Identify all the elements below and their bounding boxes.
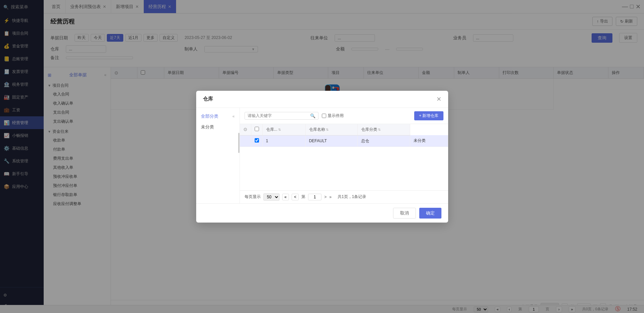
modal-left-panel: 全部分类 « 未分类 bbox=[196, 108, 240, 203]
settings-gear-th[interactable]: ⚙ bbox=[243, 127, 248, 132]
modal-th-category: 仓库分类 ⇅ bbox=[358, 124, 410, 135]
modal-page-input[interactable] bbox=[308, 194, 321, 200]
modal-footer: 取消 确定 bbox=[196, 203, 448, 223]
sort-icon-category: ⇅ bbox=[378, 128, 381, 131]
modal-th-name: 仓库名称 ⇅ bbox=[305, 124, 358, 135]
modal-prev-page-btn[interactable]: < bbox=[292, 194, 299, 200]
row-code-cell: DEFAULT bbox=[305, 135, 358, 147]
show-disabled-label[interactable]: 显示停用 bbox=[322, 113, 344, 119]
row-gear-cell bbox=[240, 135, 251, 147]
modal-uncategorized-label: 未分类 bbox=[201, 124, 214, 130]
confirm-button[interactable]: 确定 bbox=[419, 208, 441, 219]
modal-th-select-all: ⚙ bbox=[240, 124, 251, 135]
modal-overlay[interactable]: 仓库 ✕ 全部分类 « 未分类 bbox=[0, 0, 644, 313]
cancel-button[interactable]: 取消 bbox=[393, 208, 416, 219]
add-warehouse-btn[interactable]: + 新增仓库 bbox=[414, 111, 443, 120]
search-icon: 🔍 bbox=[310, 113, 315, 118]
modal-search-input[interactable] bbox=[248, 113, 309, 118]
sort-name[interactable]: 仓库名称 ⇅ bbox=[309, 127, 329, 132]
modal-left-collapse-icon[interactable]: « bbox=[232, 114, 235, 119]
row-check-cell bbox=[251, 135, 262, 147]
modal-total-text: 共1页，1条记录 bbox=[338, 194, 366, 200]
sort-code[interactable]: 仓库... ⇅ bbox=[266, 127, 281, 132]
row-name-cell: 总仓 bbox=[358, 135, 410, 147]
modal-first-page-btn[interactable]: « bbox=[282, 194, 289, 200]
modal-table: ⚙ 仓库... ⇅ bbox=[240, 124, 448, 147]
modal-pagination: 每页显示 50 10 20 « < 第 > » bbox=[240, 190, 448, 203]
modal-table-row[interactable]: 1 DEFAULT 总仓 未分类 bbox=[240, 135, 448, 147]
modal-page-label: 第 bbox=[301, 194, 305, 200]
modal-th-checkbox bbox=[251, 124, 262, 135]
sort-icon-code: ⇅ bbox=[278, 128, 281, 131]
sort-icon-name: ⇅ bbox=[326, 128, 329, 131]
show-disabled-checkbox[interactable] bbox=[322, 114, 326, 118]
modal-page-size-select[interactable]: 50 10 20 bbox=[263, 193, 280, 201]
modal-table-wrap: ⚙ 仓库... ⇅ bbox=[240, 124, 448, 190]
row-category-cell: 未分类 bbox=[410, 135, 448, 147]
modal-table-body: 1 DEFAULT 总仓 未分类 bbox=[240, 135, 448, 147]
modal-toolbar: 🔍 显示停用 + 新增仓库 bbox=[240, 108, 448, 124]
modal-search-wrap: 🔍 bbox=[245, 112, 318, 120]
row-id-cell: 1 bbox=[262, 135, 305, 147]
modal-last-page-btn[interactable]: » bbox=[329, 195, 332, 199]
modal-left-uncategorized[interactable]: 未分类 bbox=[196, 121, 240, 133]
modal-per-page-label: 每页显示 bbox=[245, 194, 261, 200]
modal-next-page-btn[interactable]: > bbox=[324, 195, 327, 199]
modal-title: 仓库 bbox=[203, 96, 213, 102]
sort-category[interactable]: 仓库分类 ⇅ bbox=[361, 127, 381, 132]
modal-header: 仓库 ✕ bbox=[196, 91, 448, 108]
row-checkbox[interactable] bbox=[255, 138, 259, 143]
modal-th-code: 仓库... ⇅ bbox=[262, 124, 305, 135]
modal-right-panel: 🔍 显示停用 + 新增仓库 bbox=[240, 108, 448, 203]
modal-close-btn[interactable]: ✕ bbox=[436, 95, 441, 103]
select-all-checkbox[interactable] bbox=[255, 127, 259, 131]
modal-left-all-label: 全部分类 bbox=[201, 113, 218, 119]
modal-dialog: 仓库 ✕ 全部分类 « 未分类 bbox=[196, 91, 448, 223]
modal-body: 全部分类 « 未分类 🔍 bbox=[196, 108, 448, 203]
modal-table-header: ⚙ 仓库... ⇅ bbox=[240, 124, 448, 135]
modal-left-all[interactable]: 全部分类 « bbox=[196, 111, 240, 121]
